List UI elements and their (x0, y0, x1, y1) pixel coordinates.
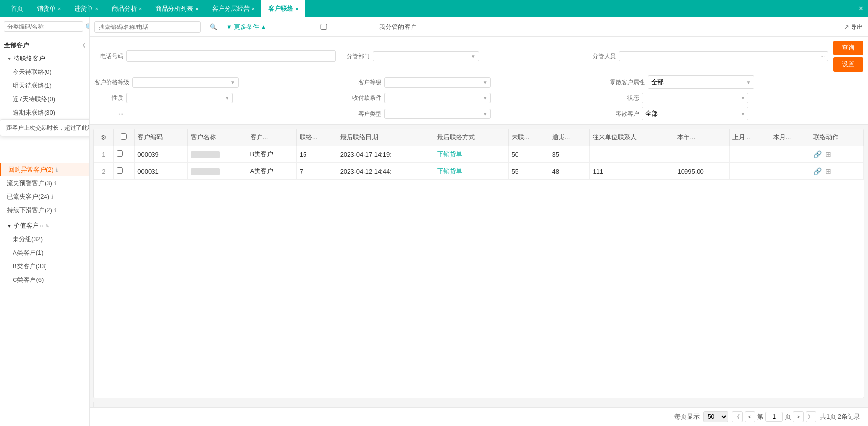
b-class[interactable]: B类客户(33) (0, 260, 89, 273)
row2-grid-action-icon[interactable]: ⊞ (825, 167, 831, 175)
nav-sales-order[interactable]: 销货单 × (30, 0, 67, 17)
nav-customer-tier[interactable]: 客户分层经营 × (205, 0, 261, 17)
row1-checkbox[interactable] (113, 146, 135, 163)
sidebar-search-input[interactable] (4, 21, 83, 32)
retail-customer-select[interactable]: 全部 ▼ (642, 107, 748, 120)
pending-contact-group[interactable]: ▼ 待联络客户 (0, 52, 89, 65)
retail-attr-select[interactable]: 全部 ▼ (648, 75, 754, 89)
close-product-analysis-icon[interactable]: × (139, 6, 142, 12)
status-label: 状态 (610, 94, 639, 102)
row1-last-method[interactable]: 下销货单 (434, 146, 508, 163)
bottom-scrollbar[interactable] (93, 402, 864, 407)
customer-level-select[interactable]: ▼ (384, 77, 491, 88)
search-button[interactable]: 🔍 (205, 20, 222, 33)
per-page-select[interactable]: 20 50 100 (703, 411, 728, 422)
next-page-button[interactable]: > (793, 411, 804, 422)
th-this-month[interactable]: 本月... (770, 129, 810, 146)
select-all-checkbox[interactable] (121, 133, 127, 140)
first-page-button[interactable]: 《 (732, 411, 743, 422)
churned[interactable]: 已流失客户(24) ℹ (0, 190, 89, 204)
gender-label: 性质 (94, 94, 123, 102)
nav-home[interactable]: 首页 (4, 0, 30, 17)
value-group-circle-icon[interactable]: ○ (40, 223, 43, 229)
th-contact-person[interactable]: 往来单位联系人 (590, 129, 674, 146)
close-sales-order-icon[interactable]: × (58, 6, 61, 12)
my-customers-checkbox[interactable] (271, 24, 377, 30)
th-last-month[interactable]: 上月... (729, 129, 770, 146)
week-pending[interactable]: 近7天待联络(0) (0, 92, 89, 106)
total-records: 共1页 2条记录 (820, 412, 860, 421)
dept-select[interactable]: ▼ (373, 51, 479, 61)
nav-purchase-order[interactable]: 进货单 × (67, 0, 105, 17)
filter-bar: 🔍 ▼ 更多条件 ▲ 我分管的客户 ↗ 导出 (90, 17, 868, 37)
th-contact-count[interactable]: 联络... (296, 129, 337, 146)
row2-index: 2 (94, 163, 113, 180)
close-purchase-order-icon[interactable]: × (95, 6, 98, 12)
query-button[interactable]: 查询 (833, 41, 863, 55)
payment-select[interactable]: ▼ (384, 93, 491, 103)
th-code[interactable]: 客户编码 (135, 129, 187, 146)
today-pending[interactable]: 今天待联络(0) (0, 65, 89, 79)
manager-select[interactable]: ··· (619, 51, 828, 61)
row2-link-action-icon[interactable]: 🔗 (813, 167, 822, 175)
more-conditions-arrow: ▲ (260, 23, 267, 30)
sidebar: 🔍 全部客户 《 ▼ 待联络客户 今天待联络(0) 明天待联络(1) 近7天待联… (0, 17, 90, 426)
settings-button[interactable]: 设置 (833, 57, 863, 72)
more-label: ··· (94, 110, 123, 117)
declining[interactable]: 持续下滑客户(2) ℹ (0, 204, 89, 217)
c-class[interactable]: C类客户(6) (0, 273, 89, 287)
row1-contact-person (590, 146, 674, 163)
close-product-analysis-list-icon[interactable]: × (195, 6, 198, 12)
row1-link-action-icon[interactable]: 🔗 (813, 150, 822, 158)
nav-product-analysis[interactable]: 商品分析 × (105, 0, 149, 17)
value-customers-group[interactable]: ▼ 价值客户 ○ ✎ (0, 219, 89, 233)
collapse-icon[interactable]: 《 (80, 42, 85, 49)
th-not-contacted[interactable]: 未联... (508, 129, 549, 146)
ungroup[interactable]: 未分组(32) (0, 233, 89, 246)
current-page-input[interactable] (765, 412, 783, 422)
gender-select[interactable]: ▼ (126, 93, 233, 103)
th-this-year[interactable]: 本年... (674, 129, 729, 146)
th-customer-level[interactable]: 客户... (247, 129, 296, 146)
churn-warning[interactable]: 流失预警客户(3) ℹ (0, 176, 89, 190)
gender-down-icon: ▼ (225, 95, 229, 101)
info-icon-repurchase: ℹ (56, 167, 58, 173)
nav-product-analysis-list[interactable]: 商品分析列表 × (149, 0, 205, 17)
info-icon-churn-warn: ℹ (54, 180, 56, 187)
more-conditions-btn[interactable]: ▼ 更多条件 ▲ (226, 23, 267, 31)
status-select[interactable]: ▼ (642, 93, 748, 103)
th-name[interactable]: 客户名称 (187, 129, 247, 146)
close-customer-tier-icon[interactable]: × (252, 6, 255, 12)
repurchase-abnormal[interactable]: 回购异常客户(2) ℹ (0, 163, 89, 176)
price-level-select[interactable]: ▼ (132, 77, 239, 88)
th-last-contact-method[interactable]: 最后联络方式 (434, 129, 508, 146)
data-table-wrapper: ⚙ 客户编码 客户名称 客户... 联络... 最后联络日期 最后联络方式 未联… (93, 129, 864, 398)
status-down-icon: ▼ (740, 95, 745, 101)
overdue-pending[interactable]: 逾期未联络(30) (0, 106, 89, 119)
row2-checkbox[interactable] (113, 163, 135, 180)
row2-last-method[interactable]: 下销货单 (434, 163, 508, 180)
tomorrow-pending[interactable]: 明天待联络(1) (0, 79, 89, 92)
row2-last-date: 2023-04-12 14:44: (337, 163, 434, 180)
retail-customer-filter: 零散客户 全部 ▼ (610, 107, 863, 120)
th-actions: 联络动作 (810, 129, 864, 146)
a-class[interactable]: A类客户(1) (0, 246, 89, 260)
close-customer-contact-icon[interactable]: × (295, 6, 298, 12)
window-close-icon[interactable]: × (859, 4, 863, 13)
row1-index: 1 (94, 146, 113, 163)
th-checkbox[interactable] (113, 129, 135, 146)
search-input[interactable] (94, 21, 201, 33)
value-group-edit-icon[interactable]: ✎ (45, 223, 49, 229)
manager-filter: 分管人员 ··· (587, 51, 828, 61)
row1-grid-action-icon[interactable]: ⊞ (825, 150, 831, 158)
th-overdue[interactable]: 逾期... (549, 129, 590, 146)
th-last-contact-date[interactable]: 最后联络日期 (337, 129, 434, 146)
sidebar-search-icon[interactable]: 🔍 (85, 23, 90, 30)
th-settings[interactable]: ⚙ (94, 129, 113, 146)
nav-customer-contact[interactable]: 客户联络 × (261, 0, 305, 17)
customer-type-select[interactable]: ▼ (384, 109, 491, 119)
phone-input[interactable] (126, 50, 336, 62)
prev-page-button[interactable]: < (745, 411, 755, 422)
export-button[interactable]: ↗ 导出 (844, 23, 863, 31)
last-page-button[interactable]: 》 (806, 411, 816, 422)
